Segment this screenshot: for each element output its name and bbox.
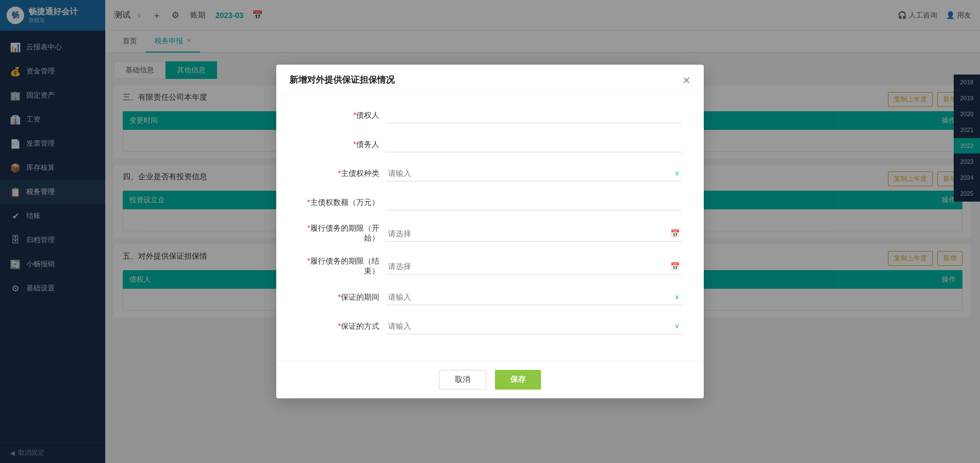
form-label-guarantee-period: *保证的期间 xyxy=(298,293,386,302)
select-input-creditor-type[interactable] xyxy=(386,165,673,181)
required-mark-duty-end: * xyxy=(307,256,310,265)
date-input-duty-start[interactable] xyxy=(386,226,668,241)
modal-close-button[interactable]: ✕ xyxy=(682,76,691,85)
calendar-icon-duty-start[interactable]: 📅 xyxy=(668,229,682,238)
form-label-debtor: *债务人 xyxy=(298,140,386,150)
required-mark-duty-start: * xyxy=(307,224,310,232)
cancel-button[interactable]: 取消 xyxy=(439,370,486,390)
date-wrap-duty-end: 📅 xyxy=(386,259,682,275)
form-row-guarantee-method: *保证的方式 ∨ xyxy=(298,318,682,334)
form-label-guarantee-method: *保证的方式 xyxy=(298,322,386,331)
select-arrow-creditor-type[interactable]: ∨ xyxy=(673,169,682,177)
modal-backdrop: 新增对外提供保证担保情况 ✕ *债权人*债务人*主债权种类 ∨ *主债权数额（万… xyxy=(0,0,980,463)
select-wrap-guarantee-period: ∨ xyxy=(386,289,682,305)
select-arrow-guarantee-period[interactable]: ∨ xyxy=(673,293,682,301)
modal-body: *债权人*债务人*主债权种类 ∨ *主债权数额（万元）*履行债务的期限（开始） … xyxy=(276,94,704,361)
form-label-creditor-type: *主债权种类 xyxy=(298,169,386,179)
required-mark-guarantee-method: * xyxy=(338,322,341,330)
required-mark-debtor: * xyxy=(354,140,356,148)
required-mark-guarantee-period: * xyxy=(338,293,341,301)
required-mark-creditor-type: * xyxy=(338,169,341,178)
form-row-debtor: *债务人 xyxy=(298,136,682,152)
modal-title: 新增对外提供保证担保情况 xyxy=(289,75,395,86)
date-input-duty-end[interactable] xyxy=(386,259,668,274)
input-debtor[interactable] xyxy=(386,136,682,152)
form-row-creditor-amount: *主债权数额（万元） xyxy=(298,195,682,210)
form-row-guarantee-period: *保证的期间 ∨ xyxy=(298,289,682,305)
form-label-creditor-amount: *主债权数额（万元） xyxy=(298,198,386,208)
form-label-duty-start: *履行债务的期限（开始） xyxy=(298,224,386,243)
form-label-duty-end: *履行债务的期限（结束） xyxy=(298,256,386,276)
date-wrap-duty-start: 📅 xyxy=(386,226,682,242)
select-wrap-guarantee-method: ∨ xyxy=(386,318,682,334)
modal-header: 新增对外提供保证担保情况 ✕ xyxy=(276,65,704,94)
modal-footer: 取消 保存 xyxy=(276,361,704,398)
input-creditor[interactable] xyxy=(386,107,682,123)
select-input-guarantee-period[interactable] xyxy=(386,289,673,305)
form-label-creditor: *债权人 xyxy=(298,111,386,121)
input-creditor-amount[interactable] xyxy=(386,195,682,210)
calendar-icon-duty-end[interactable]: 📅 xyxy=(668,262,682,271)
form-row-duty-end: *履行债务的期限（结束） 📅 xyxy=(298,256,682,276)
modal-dialog: 新增对外提供保证担保情况 ✕ *债权人*债务人*主债权种类 ∨ *主债权数额（万… xyxy=(276,65,704,398)
select-wrap-creditor-type: ∨ xyxy=(386,165,682,181)
save-button[interactable]: 保存 xyxy=(495,370,541,390)
required-mark-creditor-amount: * xyxy=(307,198,310,207)
form-row-creditor-type: *主债权种类 ∨ xyxy=(298,165,682,181)
form-row-creditor: *债权人 xyxy=(298,107,682,123)
form-row-duty-start: *履行债务的期限（开始） 📅 xyxy=(298,224,682,243)
select-input-guarantee-method[interactable] xyxy=(386,318,673,334)
required-mark-creditor: * xyxy=(354,111,356,119)
select-arrow-guarantee-method[interactable]: ∨ xyxy=(673,322,682,330)
